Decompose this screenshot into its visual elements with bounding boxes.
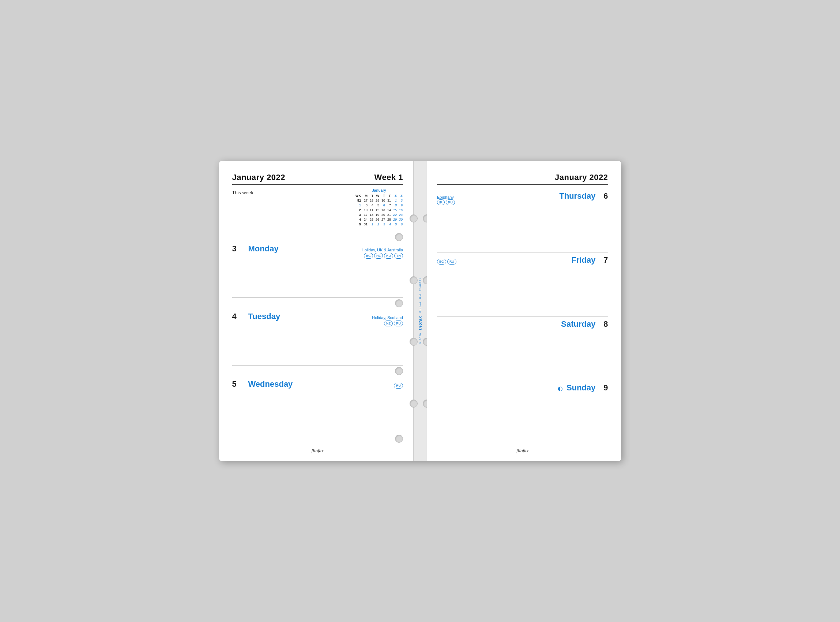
spine-hole-l4 — [409, 399, 418, 408]
tuesday-holiday-name: Holiday, Scotland — [372, 316, 403, 320]
spine-text-group: Ref: 22-68221 Pocket filofax © 2020 — [418, 278, 422, 344]
sunday-number: 9 — [600, 383, 608, 393]
saturday-header: Saturday 8 — [437, 319, 608, 329]
friday-tags: EG RU — [437, 259, 457, 265]
mini-calendar-table: WKMTWTFSS 52272829303112 13456789 210111… — [355, 193, 403, 227]
day-thursday: Epiphany IR RU Thursday 6 — [437, 188, 608, 253]
moon-icon: ◐ — [558, 385, 563, 392]
this-week-section: This week January WKMTWTFSS 522728293031… — [232, 188, 403, 227]
spine-filofax: filofax — [418, 316, 422, 330]
spine-copyright: © 2020 — [419, 333, 422, 344]
spine-ref: Ref: 22-68221 — [419, 278, 422, 299]
monday-number: 3 — [232, 244, 241, 253]
right-footer-brand: filofax — [513, 448, 532, 454]
day-wednesday-header: 5 Wednesday RU — [232, 380, 403, 389]
mini-calendar-month: January — [355, 188, 403, 192]
tag-ru2: RU — [394, 320, 403, 326]
thursday-holiday-name: Epiphany — [437, 195, 454, 200]
sunday-name: Sunday — [566, 383, 595, 393]
thursday-name: Thursday — [559, 191, 595, 201]
thursday-header: Epiphany IR RU Thursday 6 — [437, 191, 608, 205]
right-title: January 2022 — [555, 173, 608, 182]
tuesday-tags: NZ RU — [372, 320, 403, 326]
thursday-tags: IR RU — [437, 200, 455, 205]
footer-line-right — [327, 451, 403, 451]
spine-pocket: Pocket — [419, 302, 422, 313]
friday-header: EG RU Friday 7 — [437, 255, 608, 265]
wednesday-name: Wednesday — [248, 380, 293, 389]
planner: January 2022 Week 1 This week January WK… — [219, 161, 621, 461]
tuesday-holiday: Holiday, Scotland NZ RU — [372, 316, 403, 326]
monday-tags: BG NZ RU TH — [362, 253, 403, 259]
left-title: January 2022 — [232, 173, 285, 182]
tag-nz2: NZ — [384, 320, 393, 326]
friday-number: 7 — [600, 255, 608, 265]
footer-line-left — [232, 451, 308, 451]
left-page: January 2022 Week 1 This week January WK… — [219, 161, 414, 461]
right-footer: filofax — [437, 444, 608, 454]
left-header: January 2022 Week 1 — [232, 173, 403, 185]
mini-calendar: January WKMTWTFSS 52272829303112 1345678… — [355, 188, 403, 227]
hole-1 — [395, 233, 403, 241]
spine-hole-l2 — [409, 276, 418, 284]
this-week-label: This week — [232, 190, 262, 195]
left-footer: filofax — [232, 444, 403, 454]
wednesday-tags: RU — [394, 383, 403, 389]
monday-holiday: Holiday, UK & Australia BG NZ RU TH — [362, 248, 403, 259]
saturday-number: 8 — [600, 319, 608, 329]
tag-eg: EG — [437, 259, 446, 265]
tuesday-number: 4 — [232, 312, 241, 321]
day-monday: 3 Monday Holiday, UK & Australia BG NZ R… — [232, 241, 403, 298]
right-header: January 2022 — [437, 173, 608, 185]
tuesday-name: Tuesday — [248, 312, 280, 321]
tag-nz: NZ — [374, 253, 383, 259]
day-friday: EG RU Friday 7 — [437, 253, 608, 317]
tag-bg: BG — [364, 253, 373, 259]
wednesday-holiday: RU — [394, 382, 403, 389]
day-monday-header: 3 Monday Holiday, UK & Australia BG NZ R… — [232, 244, 403, 259]
saturday-name: Saturday — [561, 319, 595, 329]
tag-ir: IR — [437, 200, 445, 205]
tag-ru: RU — [384, 253, 393, 259]
right-footer-line-right — [532, 451, 608, 451]
spine-hole-l3 — [409, 338, 418, 346]
center-spine: Ref: 22-68221 Pocket filofax © 2020 — [414, 161, 427, 461]
day-sunday: ◐ Sunday 9 — [437, 380, 608, 444]
day-wednesday: 5 Wednesday RU — [232, 377, 403, 433]
sunday-header: ◐ Sunday 9 — [437, 383, 608, 393]
thursday-number: 6 — [600, 191, 608, 201]
day-tuesday-header: 4 Tuesday Holiday, Scotland NZ RU — [232, 312, 403, 326]
monday-name: Monday — [248, 244, 278, 253]
tag-ru3: RU — [394, 383, 403, 389]
monday-holiday-name: Holiday, UK & Australia — [362, 248, 403, 252]
day-tuesday: 4 Tuesday Holiday, Scotland NZ RU — [232, 309, 403, 366]
friday-holiday-area: EG RU — [437, 259, 568, 265]
hole-2 — [395, 299, 403, 307]
tag-ru4: RU — [446, 200, 455, 205]
hole-3 — [395, 367, 403, 375]
tag-th: TH — [394, 253, 403, 259]
friday-name: Friday — [571, 255, 595, 265]
hole-4 — [395, 434, 403, 443]
wednesday-number: 5 — [232, 380, 241, 389]
spine-hole-l1 — [409, 214, 418, 223]
left-subtitle: Week 1 — [374, 173, 403, 182]
left-holes — [409, 161, 418, 461]
left-footer-brand: filofax — [308, 448, 327, 454]
day-saturday: Saturday 8 — [437, 317, 608, 381]
right-footer-line-left — [437, 451, 513, 451]
right-page: January 2022 Epiphany IR RU Thursday 6 — [427, 161, 621, 461]
tag-ru5: RU — [447, 259, 457, 265]
thursday-holiday-area: Epiphany IR RU — [437, 195, 555, 205]
